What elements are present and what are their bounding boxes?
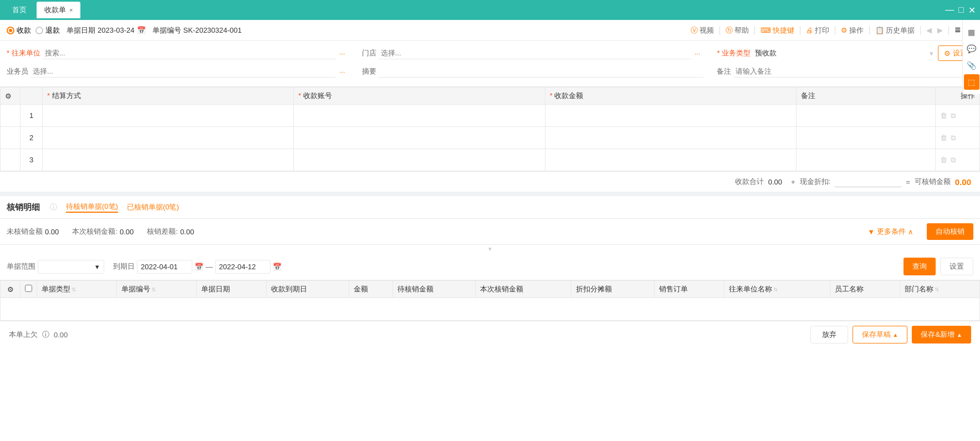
row1-remark[interactable] [797,105,936,127]
verification-info-icon[interactable]: ⓘ [50,202,57,212]
tab-done[interactable]: 已核销单据(0笔) [127,202,179,212]
col-num-header [21,88,43,105]
date-to-input[interactable] [215,260,270,274]
sidebar-chat-icon[interactable]: 💬 [964,41,979,57]
row1-copy-icon[interactable]: ⧉ [951,111,956,120]
date-separator: — [206,263,213,271]
business-type-arrow-icon[interactable]: ▾ [930,49,933,58]
this-order-info-icon[interactable]: ⓘ [42,330,49,340]
sidebar-table-icon[interactable]: ▦ [964,24,979,40]
data-table: ⚙ * 结算方式 * 收款账号 * 收款金额 备注 操作 1 [0,87,980,171]
view-list-icon[interactable]: ≡ [955,24,961,36]
row3-settlement[interactable] [43,149,294,171]
radio-tuikuan[interactable]: 退款 [35,25,60,35]
save-draft-button[interactable]: 保存草稿 ▲ [853,326,908,343]
row1-settlement[interactable] [43,105,294,127]
cal-from-icon[interactable]: 📅 [195,263,203,271]
unverified-amount: 未核销金额 0.00 [7,227,59,237]
shortcut-icon: ⌨ [760,26,771,34]
col-gear[interactable]: ⚙ [1,88,21,105]
select-all-checkbox[interactable] [25,285,32,292]
bt-staff-header: 员工名称 [830,281,900,298]
tab-home[interactable]: 首页 [4,2,34,18]
bt-gear-header[interactable]: ⚙ [1,281,21,298]
row2-account[interactable] [294,127,545,149]
sidebar-attachment-icon[interactable]: 📎 [964,58,979,73]
right-sidebar: ▦ 💬 📎 ⬚ [962,20,980,94]
action-shortcut-label: 快捷键 [773,25,794,35]
row3-account[interactable] [294,149,545,171]
nav-next-icon[interactable]: ▶ [937,26,943,34]
action-shortcut[interactable]: ⌨ 快捷键 [760,25,794,35]
form-area: * 往来单位 ··· 门店 ··· * 业务类型 预收款 ▾ ⚙ 设置 [0,41,980,87]
tab-pending[interactable]: 待核销单据(0笔) [66,202,118,213]
row2-settlement[interactable] [43,127,294,149]
discount-input[interactable] [835,176,901,187]
action-help[interactable]: ⓗ 帮助 [726,25,749,35]
summary-label: 摘要 [362,66,376,76]
row2-remark[interactable] [797,127,936,149]
divider-5 [869,26,870,35]
query-button[interactable]: 查询 [904,258,936,275]
action-operate-label: 操作 [849,25,864,35]
calendar-icon[interactable]: 📅 [137,26,146,34]
auto-verify-button[interactable]: 自动核销 [927,223,973,240]
row3-amount[interactable] [545,149,796,171]
bt-dept-header: 部门名称⇅ [900,281,979,298]
filter-settings-button[interactable]: 设置 [940,258,973,275]
remarks-input[interactable] [733,65,973,78]
row1-account[interactable] [294,105,545,127]
verification-title: 核销明细 [7,202,40,213]
row3-delete-icon[interactable]: 🗑 [940,156,947,164]
row1-num: 1 [21,105,43,127]
action-operate[interactable]: ⚙ 操作 [841,25,864,35]
diff-value: 0.00 [180,228,194,236]
divider-3 [800,26,800,35]
store-input[interactable] [379,47,691,59]
action-history-label: 历史单据 [886,25,915,35]
row2-amount[interactable] [545,127,796,149]
bottom-info: 本单上欠 ⓘ 0.00 [9,330,68,340]
staff-more-btn[interactable]: ··· [336,68,349,76]
this-order-value: 0.00 [54,331,68,339]
date-value[interactable]: 2023-03-24 [98,26,135,34]
this-order-label: 本单上欠 [9,330,38,340]
counterparty-input[interactable] [43,47,336,59]
cal-to-icon[interactable]: 📅 [273,263,282,271]
row3-copy-icon[interactable]: ⧉ [951,156,956,165]
table-row: 2 🗑 ⧉ [1,127,980,149]
tab-close-icon[interactable]: × [69,7,73,13]
discard-button[interactable]: 放弃 [810,326,848,343]
radio-tuikuan-circle [35,27,43,34]
row1-delete-icon[interactable]: 🗑 [940,111,947,120]
window-close-icon[interactable]: ✕ [968,5,976,16]
row3-remark[interactable] [797,149,936,171]
more-conditions-btn[interactable]: ▼ 更多条件 ∧ [867,227,913,237]
current-verify-label: 本次核销金额: [72,227,118,237]
divider-2 [754,26,755,35]
range-select[interactable]: ▾ [38,260,104,274]
tab-active[interactable]: 收款单 × [37,2,80,18]
radio-shoukuan[interactable]: 收款 [7,25,31,35]
bt-check-header[interactable] [21,281,37,298]
sidebar-expand-icon[interactable]: ⬚ [964,74,979,90]
counterparty-more-btn[interactable]: ··· [336,49,349,58]
number-value[interactable]: SK-20230324-001 [183,26,242,34]
staff-input[interactable] [30,65,336,78]
operate-icon: ⚙ [841,26,848,34]
date-from-input[interactable] [137,260,192,274]
row1-amount[interactable] [545,105,796,127]
gear-settings-icon: ⚙ [944,49,951,58]
save-new-button[interactable]: 保存&新增 ▲ [912,326,971,343]
row2-delete-icon[interactable]: 🗑 [940,134,947,142]
summary-input[interactable] [379,65,704,78]
window-max-icon[interactable]: □ [958,5,964,15]
store-more-btn[interactable]: ··· [691,49,704,58]
nav-prev-icon[interactable]: ◀ [926,26,932,34]
bt-date-header: 单据日期 [197,281,267,298]
action-print[interactable]: 🖨 打印 [806,25,829,35]
action-history[interactable]: 📋 历史单据 [875,25,915,35]
window-min-icon[interactable]: — [945,5,954,15]
action-video[interactable]: ⓥ 视频 [691,25,714,35]
row2-copy-icon[interactable]: ⧉ [951,134,956,142]
